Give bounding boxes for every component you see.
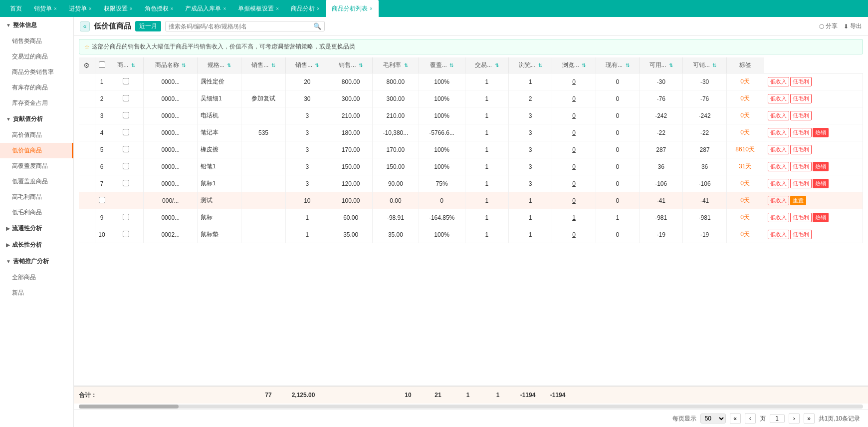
prev-page-button[interactable]: ‹	[745, 413, 756, 424]
checkbox-column-header[interactable]	[95, 57, 109, 73]
sort-icon[interactable]: ⇅	[495, 62, 499, 68]
export-button[interactable]: ⬇ 导出	[844, 22, 862, 30]
row-checkbox-cell[interactable]	[109, 226, 144, 243]
row-checkbox-cell[interactable]	[109, 124, 144, 141]
row-checkbox[interactable]	[123, 146, 129, 152]
select-all-checkbox[interactable]	[99, 61, 105, 68]
sort-icon[interactable]: ⇅	[449, 62, 453, 68]
row-view1[interactable]: 0	[552, 107, 596, 124]
row-name[interactable]: 笔记本	[198, 124, 241, 141]
row-name[interactable]: 鼠标1	[198, 175, 241, 192]
sort-icon[interactable]: ⇅	[669, 62, 673, 68]
row-name[interactable]: 属性定价	[198, 73, 241, 90]
sort-icon[interactable]: ⇅	[404, 62, 408, 68]
sidebar-group-marketing[interactable]: ▼ 营销推广分析	[0, 253, 73, 270]
sidebar-item-stock-capital[interactable]: 库存资金占用	[0, 95, 73, 111]
sidebar-item-category-rate[interactable]: 商品分类销售率	[0, 64, 73, 80]
collapse-button[interactable]: «	[80, 21, 90, 31]
row-view1[interactable]: 0	[552, 141, 596, 158]
sort-icon[interactable]: ⇅	[271, 62, 275, 68]
sort-icon[interactable]: ⇅	[359, 62, 363, 68]
row-checkbox[interactable]	[123, 78, 129, 84]
row-checkbox-cell[interactable]	[109, 107, 144, 124]
nav-product-analysis[interactable]: 商品分析 ×	[285, 0, 326, 17]
row-checkbox-cell[interactable]	[109, 90, 144, 107]
share-button[interactable]: ⬡ 分享	[819, 22, 838, 30]
row-view1[interactable]: 0	[552, 158, 596, 175]
sort-icon[interactable]: ⇅	[315, 62, 319, 68]
row-view1[interactable]: 0	[552, 124, 596, 141]
nav-sales-order[interactable]: 销货单 ×	[28, 0, 63, 17]
nav-product-analysis-list[interactable]: 商品分析列表 ×	[326, 0, 379, 17]
nav-finished-goods[interactable]: 产成品入库单 ×	[179, 0, 232, 17]
row-checkbox-cell[interactable]	[109, 158, 144, 175]
gear-icon[interactable]: ⚙	[83, 61, 90, 69]
sort-icon[interactable]: ⇅	[538, 62, 542, 68]
close-icon[interactable]: ×	[370, 6, 373, 11]
row-view1[interactable]: 0	[552, 226, 596, 243]
sidebar-item-low-value[interactable]: 低价值商品	[0, 143, 73, 158]
sidebar-item-low-coverage[interactable]: 低覆盖度商品	[0, 174, 73, 189]
row-checkbox-cell[interactable]	[109, 209, 144, 226]
row-checkbox-cell[interactable]	[109, 73, 144, 90]
row-checkbox[interactable]	[123, 112, 129, 118]
row-checkbox[interactable]	[123, 95, 129, 101]
sidebar-group-contribution[interactable]: ▼ 贡献值分析	[0, 111, 73, 127]
page-size-select[interactable]: 50 100 200	[700, 414, 726, 424]
close-icon[interactable]: ×	[223, 6, 226, 11]
sort-icon[interactable]: ⇅	[182, 62, 186, 68]
sidebar-item-new-products[interactable]: 新品	[0, 285, 73, 301]
period-button[interactable]: 近一月	[135, 21, 161, 31]
page-number-input[interactable]	[770, 414, 785, 423]
row-checkbox-cell[interactable]	[109, 141, 144, 158]
nav-template-settings[interactable]: 单据模板设置 ×	[232, 0, 285, 17]
sidebar-group-growth[interactable]: ▶ 成长性分析	[0, 237, 73, 253]
nav-home[interactable]: 首页	[4, 0, 28, 17]
row-checkbox[interactable]	[123, 129, 129, 135]
nav-purchase-order[interactable]: 进货单 ×	[63, 0, 98, 17]
close-icon[interactable]: ×	[276, 6, 279, 11]
sort-icon[interactable]: ⇅	[626, 62, 630, 68]
horizontal-scrollbar[interactable]	[79, 405, 863, 409]
row-name[interactable]: 测试	[198, 192, 241, 209]
row-name[interactable]: 铅笔1	[198, 158, 241, 175]
close-icon[interactable]: ×	[317, 6, 320, 11]
sidebar-item-low-margin[interactable]: 低毛利商品	[0, 205, 73, 220]
close-icon[interactable]: ×	[130, 6, 133, 11]
search-icon[interactable]: 🔍	[313, 22, 321, 30]
close-icon[interactable]: ×	[171, 6, 174, 11]
sidebar-group-liquidity[interactable]: ▶ 流通性分析	[0, 220, 73, 237]
row-view1[interactable]: 0	[552, 175, 596, 192]
row-checkbox[interactable]	[123, 180, 129, 186]
close-icon[interactable]: ×	[89, 6, 92, 11]
sidebar-item-sales-products[interactable]: 销售类商品	[0, 33, 73, 49]
first-page-button[interactable]: «	[730, 413, 741, 424]
row-view1[interactable]: 0	[552, 192, 596, 209]
sort-icon[interactable]: ⇅	[582, 62, 586, 68]
row-name[interactable]: 电话机	[198, 107, 241, 124]
row-view1[interactable]: 0	[552, 73, 596, 90]
sidebar-item-high-value[interactable]: 高价值商品	[0, 127, 73, 143]
sort-icon[interactable]: ⇅	[227, 62, 231, 68]
sidebar-item-traded-products[interactable]: 交易过的商品	[0, 49, 73, 64]
row-checkbox[interactable]	[123, 214, 129, 220]
sort-icon[interactable]: ⇅	[712, 62, 716, 68]
last-page-button[interactable]: »	[804, 413, 815, 424]
next-page-button[interactable]: ›	[789, 413, 800, 424]
nav-role-auth[interactable]: 角色授权 ×	[139, 0, 180, 17]
nav-permission-settings[interactable]: 权限设置 ×	[98, 0, 139, 17]
sidebar-item-in-stock[interactable]: 有库存的商品	[0, 80, 73, 95]
sidebar-item-all-products[interactable]: 全部商品	[0, 270, 73, 285]
search-input[interactable]	[169, 23, 311, 30]
row-checkbox[interactable]	[123, 231, 129, 237]
row-checkbox-cell[interactable]	[109, 175, 144, 192]
row-name[interactable]: 鼠标垫	[198, 226, 241, 243]
sidebar-item-high-margin[interactable]: 高毛利商品	[0, 189, 73, 205]
row-view1[interactable]: 1	[552, 209, 596, 226]
sort-icon[interactable]: ⇅	[131, 62, 135, 68]
settings-column-header[interactable]: ⚙	[79, 57, 95, 73]
row-checkbox-cell[interactable]	[109, 192, 144, 209]
row-checkbox[interactable]	[123, 163, 129, 169]
row-name[interactable]: 橡皮擦	[198, 141, 241, 158]
scrollbar-thumb[interactable]	[79, 405, 179, 409]
